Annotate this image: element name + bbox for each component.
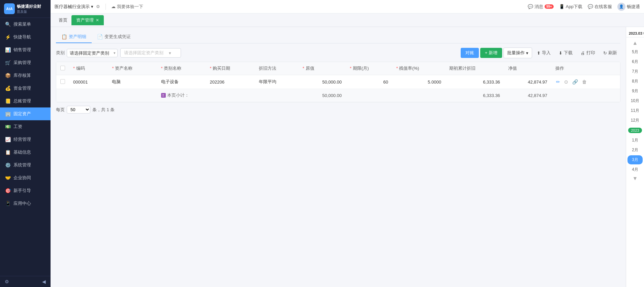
topbar-right: 💬 消息 99+ 📱 App下载 💬 在线客服 👤 畅捷通: [528, 3, 640, 11]
settings-gear-icon[interactable]: ⚙: [96, 4, 100, 9]
th-initial-accum-depr: 期初累计折旧: [445, 62, 504, 75]
delete-btn[interactable]: 🗑: [581, 78, 587, 85]
month-item-8[interactable]: 8月: [626, 77, 644, 86]
month-item-1[interactable]: 1月: [626, 136, 644, 145]
month-item-3-active[interactable]: 3月: [627, 155, 643, 164]
month-item-11[interactable]: 11月: [626, 106, 644, 115]
year-badge-wrap: 2023: [628, 127, 642, 134]
sidebar-item-payroll[interactable]: 💵 工资: [0, 120, 51, 133]
th-period: * 期限(月): [346, 62, 392, 75]
month-item-9[interactable]: 9月: [626, 87, 644, 96]
collapse-icon[interactable]: ◀: [42, 279, 46, 284]
edit-btn[interactable]: ✏: [555, 78, 561, 85]
sidebar-item-funds[interactable]: 💰 资金管理: [0, 82, 51, 95]
purchase-icon: 🛒: [5, 60, 11, 66]
sidebar-item-appcenter[interactable]: 📱 应用中心: [0, 197, 51, 210]
experience-btn[interactable]: ☁ 我要体验一下: [111, 4, 143, 10]
scroll-up-btn[interactable]: ▲: [626, 39, 644, 47]
per-page-select[interactable]: 50 10 20 100: [67, 106, 90, 114]
sidebar-item-inventory[interactable]: 📦 库存核算: [0, 69, 51, 82]
copy-btn[interactable]: ⊙: [563, 78, 569, 85]
batch-btn[interactable]: 批量操作 ▾: [503, 47, 532, 58]
subtotal-residual-empty: [392, 89, 445, 102]
subtotal-row: Σ 本页小计： 50,000.00 6,333.36 42,874.97: [56, 89, 620, 102]
import-btn[interactable]: ⬆ 导入: [533, 48, 554, 58]
subtotal-accum-depr: 6,333.36: [445, 89, 504, 102]
filter-category-select[interactable]: 请选择固定资产类别: [67, 49, 118, 57]
message-btn[interactable]: 💬 消息 99+: [528, 4, 554, 10]
sidebar-logo: AtA 畅捷通好业财 普及版: [0, 0, 51, 18]
download-btn[interactable]: ⬇ 下载: [555, 48, 576, 58]
user-menu[interactable]: 👤 畅捷通: [617, 3, 640, 11]
refresh-btn[interactable]: ↻ 刷新: [600, 48, 620, 58]
fixed-label: 固定资产: [13, 111, 31, 117]
sidebar-item-newguide[interactable]: 🎯 新手引导: [0, 184, 51, 197]
right-panel-close-icon[interactable]: ✕: [642, 31, 644, 36]
sales-icon: 📊: [5, 47, 11, 53]
new-btn[interactable]: + 新增: [480, 48, 502, 58]
payroll-label: 工资: [13, 124, 22, 130]
filter-category-input[interactable]: 请选择固定资产类别 ▾: [120, 48, 181, 58]
pagination: 每页 50 10 20 100 条，共 1 条: [56, 102, 620, 115]
th-actions: 操作: [551, 62, 620, 75]
download-icon: ⬇: [559, 51, 562, 56]
ledger-label: 总账管理: [13, 98, 31, 104]
link-btn[interactable]: 🔗: [572, 78, 579, 85]
company-selector[interactable]: 医疗器械行业演示 ▾: [55, 4, 93, 10]
basicinfo-label: 基础信息: [13, 149, 31, 155]
row-period: 60: [346, 75, 392, 89]
row-net-value: 42,874.97: [504, 75, 551, 89]
tab-close-icon[interactable]: ✕: [96, 18, 99, 23]
sidebar-item-ledger[interactable]: 📒 总账管理: [0, 95, 51, 107]
subtotal-label: Σ 本页小计：: [161, 92, 251, 98]
app-download-btn[interactable]: 📱 App下载: [559, 4, 582, 10]
month-item-4[interactable]: 4月: [626, 165, 644, 174]
subtab-voucher-gen[interactable]: 📄 变更生成凭证: [92, 31, 136, 43]
appcenter-icon: 📱: [5, 200, 11, 206]
row-actions-cell: ✏ ⊙ 🔗 🗑: [551, 75, 620, 89]
sidebar-item-sysmanage[interactable]: ⚙️ 系统管理: [0, 159, 51, 171]
sidebar-item-sales[interactable]: 📊 销售管理: [0, 43, 51, 56]
print-icon: 🖨: [581, 51, 585, 56]
row-purchase-date: 202206: [206, 75, 255, 89]
tab-home[interactable]: 首页: [56, 15, 70, 25]
funds-label: 资金管理: [13, 85, 31, 91]
right-panel-header: 2023.03 ✕ ⤢: [626, 30, 644, 37]
sidebar-item-search[interactable]: 🔍 搜索菜单: [0, 18, 51, 31]
month-item-2[interactable]: 2月: [626, 146, 644, 155]
filter-dropdown-icon: ▾: [169, 51, 171, 56]
month-item-12[interactable]: 12月: [626, 116, 644, 125]
sidebar-item-cooperation[interactable]: 🤝 企业协同: [0, 171, 51, 184]
print-btn[interactable]: 🖨 打印: [577, 48, 599, 58]
payroll-icon: 💵: [5, 124, 11, 130]
subtotal-icon: Σ: [161, 93, 166, 98]
month-item-10[interactable]: 10月: [626, 96, 644, 105]
sidebar-item-basicinfo[interactable]: 📋 基础信息: [0, 146, 51, 159]
sidebar-item-bizmanage[interactable]: 📈 经营管理: [0, 133, 51, 146]
scroll-down-btn[interactable]: ▼: [626, 175, 644, 182]
basicinfo-icon: 📋: [5, 149, 11, 155]
asset-table: * 编码 * 资产名称 * 类别名称 * 购买日期 折旧方法 * 原值 * 期限…: [56, 62, 620, 102]
month-item-6[interactable]: 6月: [626, 57, 644, 66]
sidebar-item-purchase[interactable]: 🛒 采购管理: [0, 56, 51, 69]
toolbar: 类别 请选择固定资产类别 请选择固定资产类别 ▾ 对账: [56, 47, 620, 58]
th-net-value: 净值: [504, 62, 551, 75]
tab-asset-manage[interactable]: 资产管理 ✕: [71, 15, 104, 25]
inventory-icon: 📦: [5, 72, 11, 78]
quicknav-icon: ⚡: [5, 34, 11, 40]
reconcile-btn[interactable]: 对账: [461, 48, 479, 58]
select-all-checkbox[interactable]: [60, 66, 65, 70]
month-item-5[interactable]: 5月: [626, 47, 644, 57]
th-name: * 资产名称: [108, 62, 157, 75]
subtab-asset-detail[interactable]: 📋 资产明细: [56, 31, 92, 43]
funds-icon: 💰: [5, 85, 11, 91]
sidebar-item-quicknav[interactable]: ⚡ 快捷导航: [0, 31, 51, 43]
row-checkbox[interactable]: [60, 79, 65, 84]
sidebar-item-fixed[interactable]: 🏢 固定资产: [0, 107, 51, 120]
month-item-7[interactable]: 7月: [626, 67, 644, 76]
right-panel: 2023.03 ✕ ⤢ ▲ 5月 6月 7月 8月 9月 10月 11月 12月…: [626, 27, 644, 287]
bizmanage-icon: 📈: [5, 136, 11, 142]
online-service-btn[interactable]: 💬 在线客服: [588, 4, 612, 10]
subtotal-label-cell: Σ 本页小计：: [157, 89, 255, 102]
settings-icon[interactable]: ⚙: [5, 279, 9, 284]
